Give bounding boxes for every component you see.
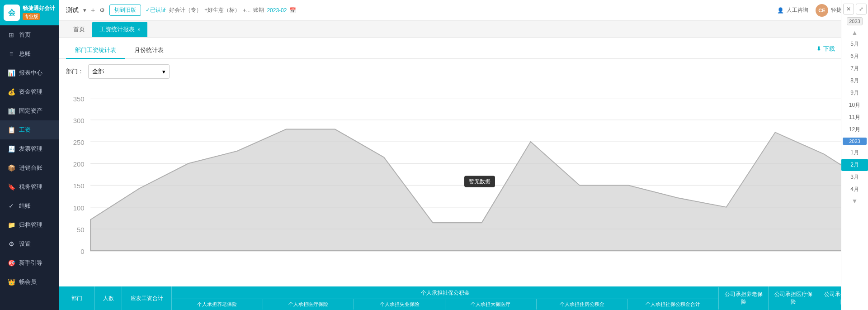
- company-title: 测试: [66, 6, 79, 14]
- svg-text:150: 150: [73, 182, 85, 190]
- sidebar-item-settings[interactable]: ⚙ 设置: [0, 234, 59, 253]
- svg-text:0: 0: [80, 248, 84, 255]
- expand-panel-btn[interactable]: ⤢: [856, 4, 867, 14]
- close-panel-btn[interactable]: ✕: [843, 4, 854, 14]
- service-icon: 👤: [777, 7, 784, 14]
- company-dropdown[interactable]: ▾: [83, 7, 86, 14]
- chart-svg: 350 300 250 200 150 100 50 0: [66, 89, 861, 282]
- sidebar-item-invoice[interactable]: 🧾 发票管理: [0, 139, 59, 158]
- subtab-dept[interactable]: 部门工资统计表: [66, 43, 125, 59]
- th-personal-medical: 个人承担医疗保险: [263, 299, 354, 310]
- tab-home[interactable]: 首页: [66, 22, 92, 37]
- th-people: 人数: [95, 286, 122, 310]
- svg-text:250: 250: [73, 138, 85, 146]
- topbar-status: ✓已认证 好会计（专） +好生意（标） +... 账期 2023-02 📅: [146, 6, 296, 14]
- filter-bar: 部门： 全部 ▾: [59, 59, 868, 84]
- th-company-medical: 公司承担医疗保险: [769, 286, 818, 310]
- sidebar-item-funds[interactable]: 💰 资金管理: [0, 82, 59, 101]
- svg-text:50: 50: [77, 226, 85, 234]
- sidebar-item-assets[interactable]: 🏢 固定资产: [0, 101, 59, 120]
- th-salary-total: 应发工资合计: [122, 286, 172, 310]
- sidebar-item-home[interactable]: ⊞ 首页: [0, 25, 59, 44]
- rp-month-8[interactable]: 8月: [841, 75, 868, 87]
- guide-icon: 🎯: [7, 259, 15, 267]
- rp-month-9[interactable]: 9月: [841, 87, 868, 99]
- calendar-icon[interactable]: 📅: [289, 7, 296, 14]
- rp-month-6[interactable]: 6月: [841, 50, 868, 62]
- th-personal-pension: 个人承担养老保险: [172, 299, 263, 310]
- rp-month-1[interactable]: 1月: [841, 147, 868, 159]
- rp-nav-down[interactable]: ▼: [850, 196, 860, 206]
- rp-year2-label: 2023: [843, 138, 867, 145]
- rp-month-5[interactable]: 5月: [841, 38, 868, 50]
- dept-filter-label: 部门：: [66, 67, 84, 76]
- th-dept: 部门: [59, 286, 95, 310]
- sidebar-item-closing[interactable]: ✓ 结账: [0, 196, 59, 215]
- switch-old-btn[interactable]: 切到旧版: [109, 5, 141, 16]
- rp-month-2-active[interactable]: 2月: [841, 159, 868, 171]
- ledger-icon: ≡: [7, 50, 15, 57]
- sidebar-item-salary[interactable]: 📋 工资: [0, 120, 59, 139]
- archive-icon: 📁: [7, 221, 15, 229]
- topbar: 测试 ▾ + ⚙ 切到旧版 ✓已认证 好会计（专） +好生意（标） +... 账…: [59, 0, 868, 21]
- th-personal-unemploy: 个人承担失业保险: [354, 299, 445, 310]
- logo-icon: 会: [4, 5, 20, 21]
- tax-icon: 🔖: [7, 183, 15, 191]
- status-good: 好会计（专）: [169, 6, 202, 14]
- th-group-personal-cols: 个人承担养老保险 个人承担医疗保险 个人承担失业保险 个人承担大额医疗 个人承担…: [172, 299, 718, 310]
- sidebar-item-guide[interactable]: 🎯 新手引导: [0, 253, 59, 272]
- rp-month-11[interactable]: 11月: [841, 111, 868, 124]
- th-personal-bigmed: 个人承担大额医疗: [445, 299, 537, 310]
- rp-top-controls: ✕ ⤢: [841, 4, 868, 14]
- home-icon: ⊞: [7, 31, 15, 38]
- rp-month-12[interactable]: 12月: [841, 124, 868, 136]
- logo-text: 畅捷通好会计 专业版: [23, 5, 55, 20]
- sidebar-item-reports[interactable]: 📊 报表中心: [0, 63, 59, 82]
- chart-area: 350 300 250 200 150 100 50 0: [59, 84, 868, 286]
- main-area: 测试 ▾ + ⚙ 切到旧版 ✓已认证 好会计（专） +好生意（标） +... 账…: [59, 0, 868, 310]
- app-logo: 会 畅捷通好会计 专业版: [0, 0, 59, 25]
- rp-month-4[interactable]: 4月: [841, 183, 868, 196]
- reports-icon: 📊: [7, 69, 15, 76]
- svg-text:200: 200: [73, 160, 85, 168]
- svg-text:100: 100: [73, 204, 85, 211]
- tabbar: 首页 工资统计报表 ×: [59, 21, 868, 38]
- sidebar-item-tax[interactable]: 🔖 税务管理: [0, 177, 59, 196]
- right-panel: ✕ ⤢ 2023 ▲ 5月 6月 7月 8月 9月 10月 11月 12月 20…: [841, 0, 868, 310]
- funds-icon: 💰: [7, 88, 15, 95]
- th-group-personal: 个人承担社保公积金 个人承担养老保险 个人承担医疗保险 个人承担失业保险 个人承…: [172, 287, 719, 310]
- salary-icon: 📋: [7, 126, 15, 134]
- sidebar-item-trade[interactable]: 📦 进销台账: [0, 158, 59, 177]
- rp-nav-up[interactable]: ▲: [850, 27, 860, 38]
- human-service-btn[interactable]: 👤 人工咨询: [777, 6, 808, 14]
- subtab-bar: 部门工资统计表 月份统计表 ⬇ 下载 ↻ 刷新: [59, 38, 868, 59]
- topbar-settings[interactable]: ⚙: [99, 7, 105, 14]
- sidebar: 会 畅捷通好会计 专业版 ⊞ 首页 ≡ 总账 📊 报表中心 💰 资金管理 🏢 固…: [0, 0, 59, 310]
- topbar-add[interactable]: +: [91, 6, 95, 14]
- sidebar-item-archive[interactable]: 📁 归档管理: [0, 215, 59, 234]
- subtab-monthly[interactable]: 月份统计表: [125, 43, 173, 59]
- avatar: CE: [816, 4, 828, 17]
- th-group-personal-title: 个人承担社保公积金: [172, 287, 718, 299]
- table-header: 部门 人数 应发工资合计 个人承担社保公积金 个人承担养老保险 个人承担医疗保险…: [59, 286, 868, 310]
- tab-salary-report[interactable]: 工资统计报表 ×: [92, 22, 147, 37]
- rp-month-7[interactable]: 7月: [841, 62, 868, 75]
- select-chevron-icon: ▾: [162, 68, 165, 75]
- year-label: 2023: [847, 17, 862, 25]
- rp-month-10[interactable]: 10月: [841, 99, 868, 111]
- sidebar-item-ledger[interactable]: ≡ 总账: [0, 44, 59, 63]
- period-label: 账期: [253, 6, 264, 14]
- status-certified: ✓已认证: [146, 6, 166, 14]
- sidebar-item-member[interactable]: 👑 畅会员: [0, 272, 59, 291]
- invoice-icon: 🧾: [7, 145, 15, 153]
- closing-icon: ✓: [7, 202, 15, 210]
- download-btn[interactable]: ⬇ 下载: [816, 45, 835, 53]
- rp-month-3[interactable]: 3月: [841, 171, 868, 183]
- status-biz: +好生意（标）: [204, 6, 240, 14]
- dept-select[interactable]: 全部 ▾: [88, 64, 170, 79]
- svg-text:350: 350: [73, 95, 85, 102]
- th-personal-total: 个人承担社保公积金合计: [627, 299, 718, 310]
- settings-icon: ⚙: [7, 240, 15, 248]
- tab-close-btn[interactable]: ×: [137, 27, 140, 32]
- chart-area-path: [90, 129, 849, 251]
